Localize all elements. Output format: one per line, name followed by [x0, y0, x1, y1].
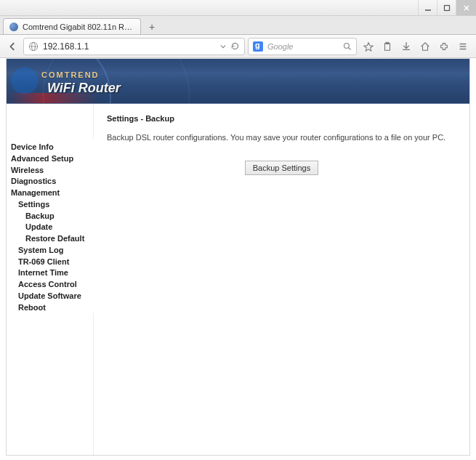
search-icon[interactable] — [343, 42, 352, 51]
tab-title: Comtrend Gigabit 802.11n Router — [23, 23, 134, 31]
sidebar-item-access-control[interactable]: Access Control — [11, 279, 97, 291]
search-box[interactable]: Google — [248, 38, 357, 55]
url-text[interactable]: 192.168.1.1 — [43, 41, 216, 52]
new-tab-button[interactable]: + — [144, 20, 160, 34]
backup-settings-button[interactable]: Backup Settings — [245, 161, 319, 175]
product-name: WiFi Router — [47, 81, 121, 96]
main-panel: Settings - Backup Backup DSL router conf… — [94, 104, 469, 455]
window-maximize-button[interactable] — [437, 0, 456, 15]
google-icon — [253, 41, 263, 52]
downloads-icon[interactable] — [398, 39, 415, 55]
svg-rect-9 — [385, 43, 390, 50]
browser-tab[interactable]: Comtrend Gigabit 802.11n Router — [3, 18, 141, 34]
sidebar-item-management[interactable]: Management — [11, 187, 97, 199]
menu-icon[interactable] — [454, 39, 472, 55]
browser-toolbar: 192.168.1.1 Google — [0, 35, 476, 58]
router-banner: COMTREND WiFi Router — [7, 59, 469, 104]
sidebar-item-tr-069-client[interactable]: TR-069 Client — [11, 257, 97, 268]
sidebar-item-device-info[interactable]: Device Info — [11, 142, 97, 153]
sidebar-item-backup[interactable]: Backup — [11, 211, 97, 222]
reload-icon[interactable] — [230, 41, 240, 51]
addon-icon[interactable] — [435, 39, 453, 55]
window-close-button[interactable] — [456, 0, 476, 15]
sidebar-item-update[interactable]: Update — [11, 222, 97, 233]
dropdown-icon[interactable] — [220, 44, 226, 49]
sidebar-item-diagnostics[interactable]: Diagnostics — [11, 176, 97, 187]
svg-rect-1 — [444, 5, 449, 10]
brand-name: COMTREND — [41, 70, 100, 79]
sidebar-item-advanced-setup[interactable]: Advanced Setup — [11, 153, 97, 165]
sidebar-item-settings[interactable]: Settings — [11, 199, 97, 211]
window-minimize-button[interactable] — [418, 0, 437, 15]
tab-strip: Comtrend Gigabit 802.11n Router + — [0, 16, 476, 35]
page-description: Backup DSL router configurations. You ma… — [107, 133, 456, 142]
svg-line-8 — [349, 47, 351, 49]
sidebar-item-system-log[interactable]: System Log — [11, 245, 97, 257]
sidebar-item-internet-time[interactable]: Internet Time — [11, 267, 97, 279]
sidebar-item-restore-default[interactable]: Restore Default — [11, 233, 97, 245]
sidebar-nav: Device InfoAdvanced SetupWirelessDiagnos… — [7, 139, 101, 313]
tab-favicon — [9, 23, 18, 31]
sidebar-item-wireless[interactable]: Wireless — [11, 165, 97, 177]
page-heading: Settings - Backup — [107, 114, 456, 123]
home-icon[interactable] — [416, 39, 434, 55]
window-titlebar — [0, 0, 476, 16]
search-placeholder: Google — [267, 42, 339, 51]
bookmark-icon[interactable] — [360, 39, 377, 55]
back-button[interactable] — [4, 39, 20, 55]
sidebar-item-reboot[interactable]: Reboot — [11, 302, 97, 314]
url-bar[interactable]: 192.168.1.1 — [23, 38, 245, 55]
globe-icon — [28, 41, 39, 52]
sidebar-item-update-software[interactable]: Update Software — [11, 291, 97, 302]
clipboard-icon[interactable] — [379, 39, 396, 55]
svg-point-7 — [344, 43, 350, 48]
page-viewport: COMTREND WiFi Router Settings - Backup B… — [0, 58, 476, 460]
